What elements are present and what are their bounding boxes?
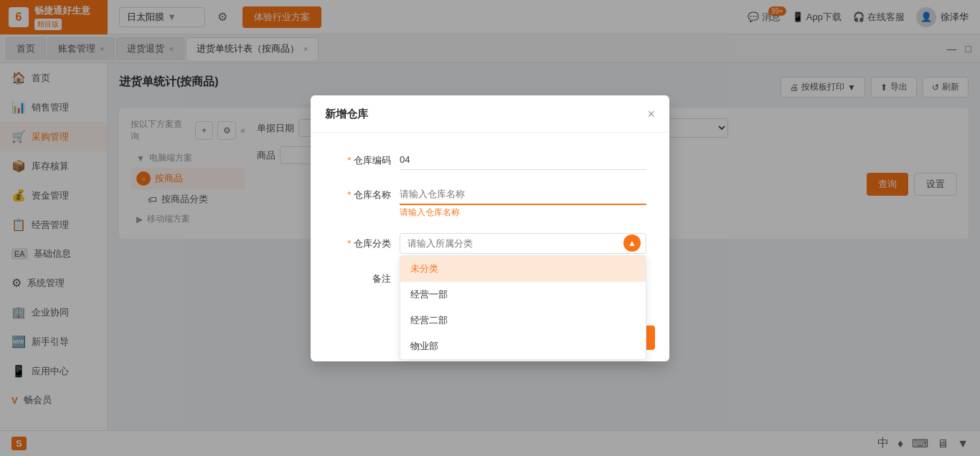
name-error-msg: 请输入仓库名称: [400, 206, 646, 219]
code-field: [400, 150, 646, 170]
dropdown-item-uncategorized[interactable]: 未分类: [400, 256, 646, 282]
form-row-code: 仓库编码: [334, 150, 646, 170]
category-label: 仓库分类: [334, 233, 391, 250]
dialog-close-btn[interactable]: ×: [647, 107, 655, 122]
new-warehouse-dialog: 新增仓库 × 仓库编码 仓库名称 请输入仓库名称 仓库分类: [311, 95, 669, 361]
modal-overlay: 新增仓库 × 仓库编码 仓库名称 请输入仓库名称 仓库分类: [0, 0, 980, 456]
category-field: ▲ 未分类 经营一部 经营二部 物业部: [400, 233, 646, 254]
name-label: 仓库名称: [334, 184, 391, 201]
category-dropdown: 未分类 经营一部 经营二部 物业部: [400, 255, 646, 360]
category-up-btn[interactable]: ▲: [623, 234, 641, 252]
dropdown-item-dept2[interactable]: 经营二部: [400, 308, 646, 333]
form-row-category: 仓库分类 ▲ 未分类 经营一部 经营二部 物业部: [334, 233, 646, 254]
dialog-title: 新增仓库: [325, 108, 368, 121]
form-row-name: 仓库名称 请输入仓库名称: [334, 184, 646, 219]
dropdown-item-dept1[interactable]: 经营一部: [400, 282, 646, 308]
name-field: 请输入仓库名称: [400, 184, 646, 219]
dialog-body: 仓库编码 仓库名称 请输入仓库名称 仓库分类 ▲: [311, 133, 669, 317]
dialog-header: 新增仓库 ×: [311, 95, 669, 133]
code-label: 仓库编码: [334, 150, 391, 167]
dropdown-item-dept3[interactable]: 物业部: [400, 333, 646, 359]
code-input[interactable]: [400, 150, 646, 170]
category-input[interactable]: [400, 233, 646, 254]
note-label: 备注: [334, 268, 391, 285]
name-input[interactable]: [400, 184, 646, 205]
